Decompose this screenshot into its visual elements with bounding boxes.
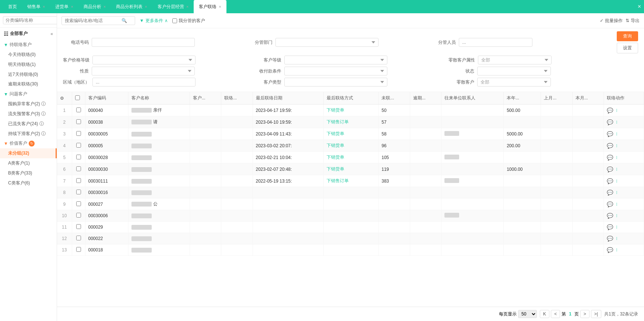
more-icon[interactable]: ⁝	[616, 190, 617, 195]
contact-method-link[interactable]: 下销售订单	[327, 178, 349, 183]
close-icon[interactable]: ×	[71, 4, 73, 9]
row-check[interactable]	[72, 128, 85, 140]
more-icon[interactable]: ⁝	[616, 108, 617, 113]
close-icon[interactable]: ×	[145, 4, 147, 9]
sidebar-item-classC[interactable]: C类客户(6)	[0, 178, 57, 188]
collapse-btn[interactable]: «	[50, 31, 53, 36]
sidebar-item-classA[interactable]: A类客户(1)	[0, 158, 57, 168]
page-size-select[interactable]: 50 100 200	[518, 310, 537, 318]
col-name-header[interactable]: 客户名称	[129, 92, 190, 105]
row-check[interactable]	[72, 140, 85, 152]
price-level-select[interactable]	[92, 56, 196, 64]
more-icon[interactable]: ⁝	[616, 236, 617, 241]
my-customers-checkbox[interactable]: 我分管的客户	[172, 18, 205, 24]
row-check[interactable]	[72, 210, 85, 222]
close-all-btn[interactable]: ×	[638, 3, 641, 10]
more-icon[interactable]: ⁝	[616, 225, 617, 230]
select-all-checkbox[interactable]	[75, 95, 80, 100]
row-check[interactable]	[72, 116, 85, 128]
more-icon[interactable]: ⁝	[616, 247, 617, 253]
sidebar-item-7days[interactable]: 近7天待联络(0)	[0, 70, 57, 80]
more-icon[interactable]: ⁝	[616, 155, 617, 160]
contact-method-link[interactable]: 下销售订单	[327, 119, 349, 124]
sidebar-search-input[interactable]	[3, 16, 57, 24]
col-settings[interactable]: ⚙	[57, 92, 72, 105]
col-overdue-header[interactable]: 逾期...	[410, 92, 441, 105]
col-this-month-header[interactable]: 本月...	[572, 92, 603, 105]
row-check[interactable]	[72, 163, 85, 175]
nav-customer-contact[interactable]: 客户联络 ×	[194, 0, 226, 13]
contact-icon[interactable]: 💬	[607, 247, 613, 253]
row-check[interactable]	[72, 152, 85, 163]
row-check[interactable]	[72, 233, 85, 244]
more-icon[interactable]: ⁝	[616, 202, 617, 207]
sidebar-item-abnormal[interactable]: 囤购异常客户(2) ⓘ	[0, 99, 57, 109]
sidebar-item-classB[interactable]: B类客户(33)	[0, 168, 57, 178]
contact-icon[interactable]: 💬	[607, 155, 613, 160]
contact-icon[interactable]: 💬	[607, 224, 613, 230]
contact-method-link[interactable]: 下销货单	[327, 166, 344, 172]
sidebar-item-declining[interactable]: 持续下滑客户(2) ⓘ	[0, 129, 57, 139]
sidebar-group-pending[interactable]: ▼ 待联络客户	[0, 40, 57, 50]
close-icon[interactable]: ×	[43, 4, 45, 9]
all-customers-header[interactable]: ☷ 全部客户 «	[0, 28, 57, 40]
region-input[interactable]	[92, 78, 196, 87]
contact-icon[interactable]: 💬	[607, 213, 613, 219]
col-contact-header[interactable]: 联络...	[221, 92, 253, 105]
row-check[interactable]	[72, 175, 85, 187]
more-icon[interactable]: ⁝	[616, 131, 617, 137]
cust-level-select[interactable]	[284, 56, 387, 64]
more-icon[interactable]: ⁝	[616, 179, 617, 184]
my-customers-check[interactable]	[172, 18, 177, 23]
sidebar-item-overdue[interactable]: 逾期未联络(30)	[0, 79, 57, 89]
contact-icon[interactable]: 💬	[607, 143, 613, 149]
contact-icon[interactable]: 💬	[607, 131, 613, 137]
more-icon[interactable]: ⁝	[616, 143, 617, 148]
search-icon[interactable]: 🔍	[122, 18, 127, 23]
next-page-btn[interactable]: >	[580, 310, 590, 318]
sidebar-item-churned[interactable]: 已流失客户(24) ⓘ	[0, 119, 57, 129]
col-uncontacted-header[interactable]: 未联...	[379, 92, 410, 105]
payment-select[interactable]	[284, 67, 387, 75]
sidebar-item-ungroup[interactable]: 未分组(32)	[0, 148, 57, 158]
close-icon[interactable]: ×	[219, 4, 221, 9]
row-check[interactable]	[72, 105, 85, 116]
col-last-month-header[interactable]: 上月...	[541, 92, 572, 105]
sidebar-item-tomorrow[interactable]: 明天待联络(1)	[0, 60, 57, 70]
export-btn[interactable]: ⇅ 导出	[626, 18, 640, 24]
contact-icon[interactable]: 💬	[607, 190, 613, 195]
manager-input[interactable]	[459, 38, 532, 47]
phone-input[interactable]	[92, 38, 195, 47]
row-check[interactable]	[72, 222, 85, 233]
sidebar-group-problem[interactable]: ▼ 问题客户	[0, 89, 57, 99]
query-button[interactable]: 查询	[617, 31, 638, 41]
more-icon[interactable]: ⁝	[616, 120, 617, 125]
nav-product-list[interactable]: 商品分析列表 ×	[111, 0, 152, 13]
more-icon[interactable]: ⁝	[616, 213, 617, 218]
col-last-method-header[interactable]: 最后联络方式	[324, 92, 379, 105]
reset-button[interactable]: 设置	[617, 43, 638, 53]
contact-icon[interactable]: 💬	[607, 236, 613, 241]
row-check[interactable]	[72, 187, 85, 198]
nature-select[interactable]	[92, 67, 195, 75]
sidebar-group-value[interactable]: ▼ 价值客户 ↻	[0, 138, 57, 148]
nav-purchase[interactable]: 进货单 ×	[50, 0, 78, 13]
contact-method-link[interactable]: 下销货单	[327, 155, 344, 160]
first-page-btn[interactable]: K	[540, 310, 549, 318]
batch-ops-btn[interactable]: ✓ 批量操作	[600, 18, 623, 24]
contact-method-link[interactable]: 下销货单	[327, 131, 344, 136]
dept-select[interactable]	[275, 38, 379, 47]
col-this-year-header[interactable]: 本年...	[504, 92, 541, 105]
last-page-btn[interactable]: >|	[591, 310, 601, 318]
col-type-header[interactable]: 客户...	[190, 92, 221, 105]
main-search-input[interactable]	[65, 18, 120, 23]
prev-page-btn[interactable]: <	[551, 310, 560, 318]
status-select[interactable]	[477, 67, 551, 75]
nav-customer-segment[interactable]: 客户分层经营 ×	[152, 0, 194, 13]
sidebar-item-churn-warning[interactable]: 流失预警客户(3) ⓘ	[0, 109, 57, 119]
contact-method-link[interactable]: 下销货单	[327, 107, 344, 113]
close-icon[interactable]: ×	[186, 4, 189, 9]
col-check[interactable]	[72, 92, 85, 105]
contact-icon[interactable]: 💬	[607, 107, 613, 113]
nav-product-analysis[interactable]: 商品分析 ×	[78, 0, 111, 13]
